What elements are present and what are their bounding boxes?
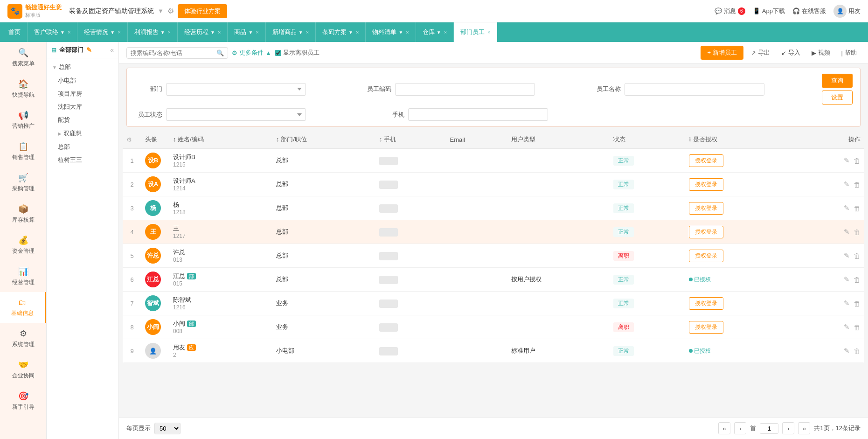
dept-child-shenyang[interactable]: 沈阳大库 (47, 100, 118, 113)
delete-icon[interactable]: 🗑 (854, 300, 861, 307)
tab-warehouse-close[interactable]: × (444, 29, 447, 35)
edit-icon[interactable]: ✎ (844, 323, 850, 331)
view-btn[interactable]: ▶ 视频 (808, 47, 834, 59)
nav-item-marketing[interactable]: 📢 营销推广 (0, 105, 46, 136)
nav-item-mgmt[interactable]: 📊 经营管理 (0, 261, 46, 292)
edit-icon[interactable]: ✎ (844, 275, 850, 284)
page-input[interactable] (760, 423, 778, 434)
dept-child-peihuo[interactable]: 配货 (47, 113, 118, 126)
delete-icon[interactable]: 🗑 (854, 323, 861, 331)
tab-add-goods[interactable]: 新增商品 ▼ × (266, 22, 316, 42)
add-employee-button[interactable]: + 新增员工 (701, 46, 743, 60)
delete-icon[interactable]: 🗑 (854, 252, 861, 260)
auth-btn[interactable]: 授权登录 (689, 202, 723, 215)
first-page-btn[interactable]: « (718, 422, 730, 434)
app-download-btn[interactable]: 📱 App下载 (753, 7, 785, 15)
tab-barcode-close[interactable]: × (356, 29, 359, 35)
auth-btn[interactable]: 授权登录 (689, 226, 723, 238)
next-page-btn[interactable]: › (782, 422, 794, 434)
nav-item-guide[interactable]: 🎯 新手引导 (0, 385, 46, 417)
edit-icon[interactable]: ✎ (844, 204, 850, 212)
edit-icon[interactable]: ✎ (844, 251, 850, 260)
tab-bom-close[interactable]: × (406, 29, 409, 35)
dept-filter-select[interactable] (166, 83, 306, 96)
tab-goods[interactable]: 商品 ▼ × (228, 22, 265, 42)
nav-item-finance[interactable]: 💰 资金管理 (0, 230, 46, 261)
query-button[interactable]: 查询 (822, 74, 853, 88)
settings-icon[interactable]: ⚙ (167, 7, 174, 15)
tab-barcode[interactable]: 条码方案 ▼ × (316, 22, 366, 42)
edit-icon[interactable]: ✎ (844, 180, 850, 188)
show-resigned-checkbox[interactable] (275, 50, 281, 56)
tab-operation-close[interactable]: × (118, 29, 120, 35)
message-btn[interactable]: 💬 消息 6 (715, 7, 745, 15)
nav-item-search[interactable]: 🔍 搜索菜单 (0, 42, 46, 73)
dept-child-xiaodian[interactable]: 小电部 (47, 74, 118, 87)
nav-item-basic[interactable]: 🗂 基础信息 (0, 292, 46, 323)
tab-add-goods-close[interactable]: × (306, 29, 309, 35)
tab-history-close[interactable]: × (218, 29, 221, 35)
nav-item-purchase[interactable]: 🛒 采购管理 (0, 167, 46, 198)
online-service-btn[interactable]: 🎧 在线客服 (792, 7, 826, 15)
tab-goods-close[interactable]: × (256, 29, 258, 35)
tab-bom[interactable]: 物料清单 ▼ × (366, 22, 416, 42)
edit-icon[interactable]: ✎ (844, 347, 850, 355)
edit-icon[interactable]: ✎ (844, 228, 850, 236)
dept-node-shuangluxiang[interactable]: ▶ 双鹿想 (47, 126, 118, 140)
edit-icon[interactable]: ✎ (844, 156, 850, 165)
trial-button[interactable]: 体验行业方案 (178, 4, 227, 18)
filter-more-btn[interactable]: ⚙ 更多条件 ▲ (232, 49, 271, 57)
import-btn[interactable]: ↙ 导入 (778, 47, 804, 59)
tab-warehouse[interactable]: 仓库 ▼ × (416, 22, 454, 42)
auth-btn[interactable]: 授权登录 (689, 178, 723, 191)
nav-item-collab[interactable]: 🤝 企业协同 (0, 354, 46, 385)
delete-icon[interactable]: 🗑 (854, 276, 861, 284)
sys-title-arrow[interactable]: ▼ (158, 7, 164, 14)
emp-name-input[interactable] (625, 83, 764, 96)
export-btn[interactable]: ↗ 导出 (747, 47, 774, 59)
tab-profit[interactable]: 利润报告 ▼ × (128, 22, 178, 42)
nav-item-inventory[interactable]: 📦 库存核算 (0, 198, 46, 230)
page-size-select[interactable]: 50 10 20 100 (154, 423, 181, 434)
tab-profit-close[interactable]: × (168, 29, 171, 35)
settings-col-icon[interactable]: ⚙ (126, 136, 132, 143)
tab-history[interactable]: 经营历程 ▼ × (178, 22, 228, 42)
tab-customer-close[interactable]: × (68, 29, 70, 35)
nav-item-shortcut[interactable]: 🏠 快捷导航 (0, 73, 46, 105)
status-filter-select[interactable] (166, 108, 306, 121)
nav-item-system[interactable]: ⚙ 系统管理 (0, 323, 46, 354)
user-area[interactable]: 👤 用友 (833, 5, 861, 18)
delete-icon[interactable]: 🗑 (854, 228, 861, 236)
collapse-icon[interactable]: « (110, 46, 114, 54)
help-btn[interactable]: | 帮助 (838, 47, 861, 59)
tab-employees-close[interactable]: × (487, 29, 490, 35)
tab-operation[interactable]: 经营情况 ▼ × (77, 22, 127, 42)
auth-btn[interactable]: 授权登录 (689, 250, 723, 262)
edit-icon[interactable]: ✎ (844, 299, 850, 307)
status-cell: 正常 (610, 196, 685, 220)
delete-icon[interactable]: 🗑 (854, 347, 861, 355)
prev-page-btn[interactable]: ‹ (734, 422, 746, 434)
dept-child-zongbu[interactable]: 总部 (47, 140, 118, 153)
phone-input[interactable] (408, 108, 548, 121)
dept-node-zongbu-root[interactable]: ▼ 总部 (47, 60, 118, 74)
tab-home[interactable]: 首页 (4, 22, 28, 42)
search-icon[interactable]: 🔍 (216, 49, 224, 56)
show-resigned-label[interactable]: 显示离职员工 (275, 49, 319, 57)
delete-icon[interactable]: 🗑 (854, 157, 861, 165)
dept-child-zhishu[interactable]: 植树王三 (47, 153, 118, 167)
dept-child-xiangmu[interactable]: 项目库房 (47, 87, 118, 100)
dept-edit-icon[interactable]: ✎ (86, 46, 92, 54)
set-button[interactable]: 设置 (822, 91, 853, 105)
auth-btn[interactable]: 授权登录 (689, 297, 723, 310)
auth-btn[interactable]: 授权登录 (689, 321, 723, 334)
nav-item-sales[interactable]: 📋 销售管理 (0, 136, 46, 167)
delete-icon[interactable]: 🗑 (854, 204, 861, 212)
auth-btn[interactable]: 授权登录 (689, 154, 723, 167)
emp-code-input[interactable] (395, 83, 535, 96)
tab-customer[interactable]: 客户联络 ▼ × (28, 22, 77, 42)
delete-icon[interactable]: 🗑 (854, 181, 861, 188)
last-page-btn[interactable]: » (798, 422, 810, 434)
search-input[interactable] (131, 49, 215, 56)
tab-employees[interactable]: 部门员工 × (454, 22, 497, 42)
